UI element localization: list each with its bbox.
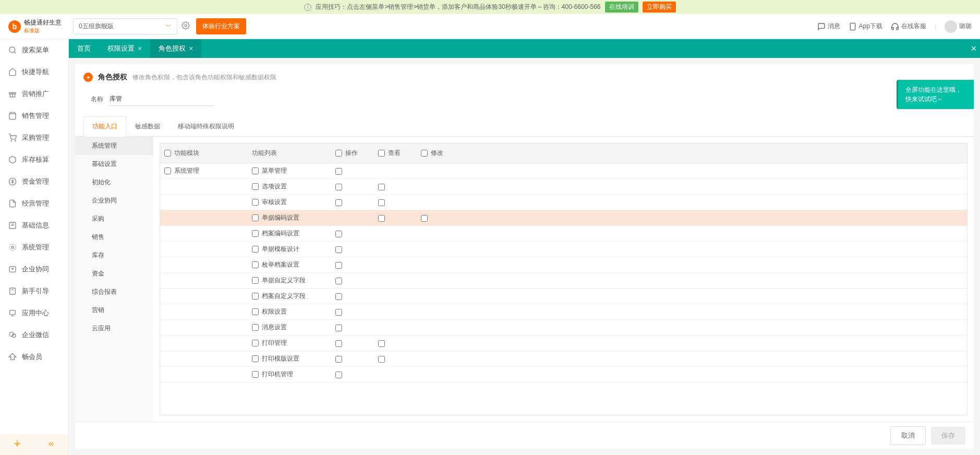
- check-func[interactable]: [252, 199, 259, 206]
- sub-tab-0[interactable]: 功能入口: [83, 116, 126, 137]
- check-func[interactable]: [252, 214, 259, 221]
- cancel-button[interactable]: 取消: [890, 426, 926, 445]
- check-op[interactable]: [335, 231, 342, 237]
- sidebar-item-14[interactable]: 畅会员: [0, 346, 68, 368]
- category-item-4[interactable]: 采购: [75, 210, 153, 228]
- page-title: 角色授权: [98, 73, 127, 82]
- category-item-3[interactable]: 企业协同: [75, 191, 153, 210]
- check-edit[interactable]: [421, 215, 428, 222]
- save-button[interactable]: 保存: [931, 427, 965, 445]
- check-op[interactable]: [335, 356, 342, 363]
- sidebar-item-9[interactable]: 系统管理: [0, 236, 68, 258]
- table-row: 消息设置: [160, 320, 967, 336]
- check-all-module[interactable]: [164, 150, 171, 157]
- category-item-7[interactable]: 资金: [75, 265, 153, 283]
- sidebar-item-0[interactable]: 搜索菜单: [0, 39, 68, 61]
- collapse-icon[interactable]: [47, 440, 55, 450]
- header-online-service[interactable]: 在线客服: [891, 22, 926, 31]
- tab-close-icon[interactable]: ×: [138, 44, 142, 53]
- check-module[interactable]: [164, 167, 171, 174]
- check-view[interactable]: [378, 199, 385, 206]
- tab-close-icon[interactable]: ×: [189, 44, 193, 53]
- check-func[interactable]: [252, 324, 259, 331]
- check-op[interactable]: [335, 340, 342, 347]
- check-func[interactable]: [252, 340, 259, 346]
- sidebar-label: 搜索菜单: [22, 45, 49, 55]
- check-op[interactable]: [335, 278, 342, 284]
- search-icon: [8, 46, 17, 54]
- sidebar-item-5[interactable]: 库存核算: [0, 149, 68, 171]
- sidebar-item-6[interactable]: 资金管理: [0, 171, 68, 193]
- check-op[interactable]: [335, 184, 342, 190]
- check-op[interactable]: [335, 325, 342, 331]
- check-view[interactable]: [378, 340, 385, 347]
- btn-buy-now[interactable]: 立即购买: [643, 2, 676, 13]
- check-op[interactable]: [335, 262, 342, 269]
- header-user[interactable]: 璐璐: [945, 20, 972, 33]
- svg-line-4: [14, 52, 16, 53]
- category-item-5[interactable]: 销售: [75, 228, 153, 246]
- btn-industry-solution[interactable]: 体验行业方案: [196, 18, 246, 34]
- check-op[interactable]: [335, 246, 342, 253]
- btn-online-training[interactable]: 在线培训: [605, 2, 638, 13]
- logo-area: b 畅捷通好生意 标准版: [8, 18, 69, 34]
- fullscreen-tooltip: 全屏功能在这里哦，快来试试吧～: [897, 80, 974, 109]
- sidebar-item-2[interactable]: 营销推广: [0, 83, 68, 105]
- check-func[interactable]: [252, 277, 259, 284]
- banner-tip: 应用技巧：点击左侧菜单>销售管理>销货单，添加客户和商品体验30秒极速开单～咨询…: [316, 3, 600, 11]
- category-item-2[interactable]: 初始化: [75, 173, 153, 191]
- gear-icon[interactable]: [182, 21, 190, 31]
- table-row: 审核设置: [160, 195, 967, 210]
- category-item-10[interactable]: 云应用: [75, 319, 153, 338]
- svg-rect-19: [10, 288, 16, 294]
- check-func[interactable]: [252, 355, 259, 362]
- sub-tab-1[interactable]: 敏感数据: [126, 116, 169, 136]
- check-func[interactable]: [252, 183, 259, 190]
- table-row: 档案自定义字段: [160, 289, 967, 304]
- check-func[interactable]: [252, 261, 259, 268]
- header-app-download[interactable]: App下载: [849, 22, 882, 31]
- tab-1[interactable]: 权限设置×: [99, 39, 150, 58]
- name-value[interactable]: 库管: [110, 92, 214, 106]
- check-func[interactable]: [252, 308, 259, 315]
- category-item-1[interactable]: 基础设置: [75, 155, 153, 173]
- sidebar-item-7[interactable]: 经营管理: [0, 193, 68, 214]
- sidebar-item-4[interactable]: 采购管理: [0, 127, 68, 149]
- tab-0[interactable]: 首页: [69, 39, 99, 58]
- check-view[interactable]: [378, 356, 385, 363]
- check-all-view[interactable]: [378, 150, 385, 157]
- check-op[interactable]: [335, 372, 342, 378]
- table-row: 单据模板设计: [160, 242, 967, 257]
- check-all-edit[interactable]: [421, 150, 428, 157]
- check-func[interactable]: [252, 293, 259, 300]
- sub-tab-2[interactable]: 移动端特殊权限说明: [169, 116, 243, 136]
- header-messages[interactable]: 消息: [817, 22, 840, 31]
- check-func[interactable]: [252, 230, 259, 237]
- close-all-tabs[interactable]: ×: [967, 39, 980, 58]
- sidebar-item-1[interactable]: 快捷导航: [0, 61, 68, 83]
- check-func[interactable]: [252, 167, 259, 174]
- user-name: 璐璐: [959, 22, 972, 31]
- check-func[interactable]: [252, 371, 259, 378]
- org-select[interactable]: 0五组旗舰版 ﹀: [73, 18, 177, 34]
- check-op[interactable]: [335, 309, 342, 316]
- check-all-op[interactable]: [335, 150, 342, 157]
- settings-icon[interactable]: [13, 440, 21, 450]
- check-view[interactable]: [378, 184, 385, 190]
- check-func[interactable]: [252, 246, 259, 253]
- sidebar-item-10[interactable]: 企业协同: [0, 258, 68, 280]
- sidebar-item-13[interactable]: 企业微信: [0, 324, 68, 346]
- check-op[interactable]: [335, 293, 342, 300]
- category-item-0[interactable]: 系统管理: [75, 137, 153, 155]
- check-view[interactable]: [378, 215, 385, 222]
- sidebar-item-3[interactable]: 销售管理: [0, 105, 68, 127]
- category-item-6[interactable]: 库存: [75, 246, 153, 265]
- check-op[interactable]: [335, 199, 342, 206]
- sidebar-item-8[interactable]: 基础信息: [0, 214, 68, 236]
- sidebar-item-11[interactable]: 新手引导: [0, 280, 68, 302]
- category-item-9[interactable]: 营销: [75, 301, 153, 319]
- category-item-8[interactable]: 综合报表: [75, 283, 153, 301]
- tab-2[interactable]: 角色授权×: [150, 39, 201, 58]
- check-op[interactable]: [335, 168, 342, 175]
- sidebar-item-12[interactable]: 应用中心: [0, 302, 68, 324]
